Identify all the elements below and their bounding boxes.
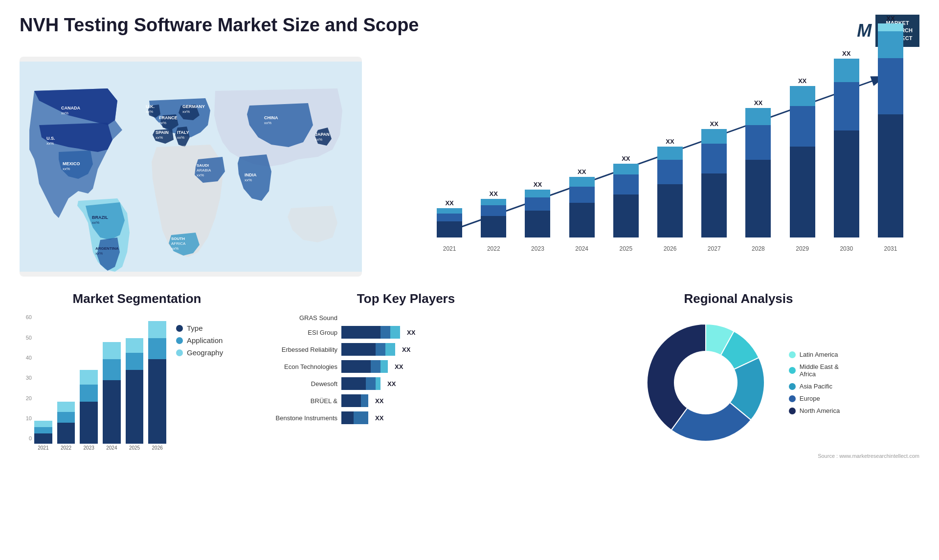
seg-x-labels: 202120222023202420252026 [34, 445, 166, 456]
player-xx: XX [407, 329, 415, 336]
bar-segment-0 [701, 173, 727, 238]
legend-type-dot [176, 325, 183, 332]
seg-bar-segment [103, 380, 121, 444]
svg-point-36 [674, 351, 738, 414]
svg-text:CHINA: CHINA [264, 115, 278, 120]
seg-bar-2025 [126, 338, 144, 444]
bar-segment-0 [569, 203, 595, 237]
player-row-erbessed-reliability: Erbessed ReliabilityXX [264, 343, 548, 356]
seg-bar-2022 [57, 402, 75, 444]
svg-text:xx%: xx% [264, 121, 271, 125]
bar-group-2026: XX [651, 138, 689, 237]
bar-segment-2 [481, 199, 506, 205]
bar-value-2023: XX [534, 181, 542, 188]
bar-segment-0 [613, 194, 639, 237]
bar-value-2030: XX [842, 50, 850, 57]
seg-bars-inner [34, 314, 166, 444]
bar-stack-2024 [569, 177, 595, 237]
bar-stack-2027 [701, 129, 727, 238]
key-players-title: Top Key Players [264, 291, 548, 306]
bar-stack-2023 [525, 190, 550, 238]
bar-chart: XXXXXXXXXXXXXXXXXXXXXX 20212022202320242… [372, 57, 919, 277]
source-text: Source : www.marketresearchintellect.com [558, 453, 919, 459]
seg-bar-segment [148, 321, 166, 338]
svg-text:FRANCE: FRANCE [159, 115, 178, 120]
legend-application: Application [176, 336, 223, 345]
bar-xlabel-2025: 2025 [607, 240, 645, 257]
bar-xlabel-2024: 2024 [563, 240, 601, 257]
legend-type-label: Type [187, 324, 203, 332]
player-row-benstone-instruments: Benstone InstrumentsXX [264, 411, 548, 424]
seg-bar-segment [103, 342, 121, 359]
bar-segment-0 [745, 160, 771, 237]
svg-text:ARABIA: ARABIA [197, 168, 211, 172]
bar-segment-2 [569, 177, 595, 187]
seg-bar-2024 [103, 342, 121, 444]
bar-segment-3 [878, 23, 903, 31]
player-row-gras-sound: GRAS Sound [264, 314, 548, 322]
bar-stack-2030 [834, 59, 859, 237]
player-row-econ-technologies: Econ TechnologiesXX [264, 360, 548, 373]
bar-value-2031: XX [886, 15, 894, 22]
svg-text:xx%: xx% [46, 141, 54, 146]
bar-value-2027: XX [710, 120, 718, 128]
seg-bar-segment [34, 433, 52, 444]
bar-xlabel-2029: 2029 [783, 240, 822, 257]
bar-stack-2028 [745, 108, 771, 237]
legend-middle-east: Middle East &Africa [789, 363, 840, 378]
bar-segment-0 [437, 221, 462, 237]
seg-xlabel-2025: 2025 [126, 445, 144, 456]
svg-text:SPAIN: SPAIN [156, 130, 169, 135]
bar-segment-2 [790, 86, 815, 107]
legend-geo-dot [176, 349, 183, 356]
bar-segment-0 [878, 114, 903, 237]
svg-text:xx%: xx% [156, 135, 163, 140]
bar-stack-2026 [657, 147, 683, 237]
legend-geo-label: Geography [187, 348, 223, 357]
bar-segment-2 [525, 190, 550, 197]
middle-east-dot [789, 367, 796, 374]
latin-america-label: Latin America [800, 351, 838, 358]
svg-text:SAUDI: SAUDI [197, 163, 209, 168]
svg-text:CANADA: CANADA [61, 106, 80, 110]
legend-type: Type [176, 324, 223, 332]
player-name: Erbessed Reliability [264, 346, 337, 353]
middle-east-label: Middle East &Africa [800, 363, 839, 378]
bar-stack-2031 [878, 23, 903, 238]
bar-segment-0 [834, 130, 859, 237]
seg-bar-segment [103, 359, 121, 380]
seg-bar-segment [57, 423, 75, 444]
bar-segment-0 [790, 147, 815, 237]
legend-europe: Europe [789, 395, 840, 402]
bar-segment-2 [745, 108, 771, 125]
player-xx: XX [375, 414, 383, 422]
svg-text:U.K.: U.K. [146, 104, 155, 109]
seg-bar-segment [57, 412, 75, 423]
bar-xlabel-2028: 2028 [739, 240, 777, 257]
europe-label: Europe [800, 395, 820, 402]
player-name: Benstone Instruments [264, 414, 337, 422]
logo-m-icon: M [857, 21, 872, 41]
seg-bar-2021 [34, 421, 52, 444]
player-bar [341, 411, 368, 424]
svg-text:xx%: xx% [315, 137, 322, 142]
svg-text:xx%: xx% [61, 111, 68, 115]
player-name: GRAS Sound [264, 314, 337, 322]
player-bar [341, 343, 395, 356]
bar-segment-0 [657, 184, 683, 238]
bar-group-2021: XX [430, 199, 469, 237]
legend-north-america: North America [789, 407, 840, 414]
svg-text:xx%: xx% [95, 251, 103, 256]
bar-segment-1 [834, 82, 859, 130]
bar-value-2025: XX [622, 155, 630, 162]
bar-group-2031: XX [872, 15, 910, 238]
seg-bar-segment [148, 359, 166, 444]
north-america-label: North America [800, 407, 840, 414]
seg-chart-area: 0 10 20 30 40 50 60 20212022202320242025… [20, 314, 254, 456]
bar-value-2028: XX [754, 99, 762, 107]
player-name: Econ Technologies [264, 363, 337, 370]
bar-segment-0 [525, 211, 550, 237]
legend-app-label: Application [187, 336, 223, 345]
asia-pacific-dot [789, 383, 796, 390]
donut-container: Latin America Middle East &Africa Asia P… [558, 314, 919, 451]
